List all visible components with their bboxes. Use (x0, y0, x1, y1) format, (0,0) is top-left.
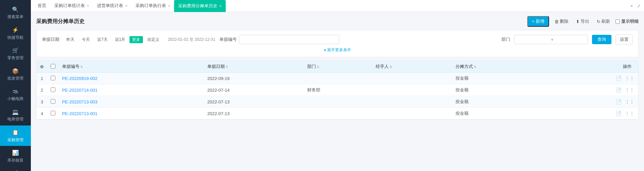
doc-no-input[interactable] (239, 35, 339, 44)
tab-inbound-stat[interactable]: 进货单统计表× (93, 0, 131, 12)
view-icon-3[interactable]: 📄 (615, 110, 622, 117)
tab-label-home: 首页 (38, 3, 46, 9)
cell-alloc-0: 按金额 (452, 73, 547, 84)
table-row: 3 PE-20220713-003 2022-07-13 按金额 📄 ⋮⋮ (37, 96, 638, 108)
search-button[interactable]: 查询 (592, 35, 611, 44)
cell-ops-0: 📄 ⋮⋮ (547, 73, 639, 84)
sidebar-item-ecommerce[interactable]: 💻电商管理 (0, 105, 31, 125)
sidebar-item-retail[interactable]: 🛒零售管理 (0, 44, 31, 64)
sidebar-icon-finance: 💰 (1, 170, 30, 171)
cell-doc-date-2: 2022-07-13 (204, 96, 304, 108)
show-detail-checkbox[interactable]: 显示明细 (615, 18, 639, 24)
last1month-btn[interactable]: 近1月 (112, 36, 128, 44)
row-checkbox-1[interactable] (51, 87, 55, 92)
sidebar-item-purchase[interactable]: 📋采购管理 (0, 125, 31, 146)
page-title: 采购费用分摊单历史 (36, 18, 85, 25)
sidebar-item-finance[interactable]: 💰资金管理 (0, 167, 31, 171)
last7days-btn[interactable]: 近7天 (94, 36, 111, 44)
sidebar-label-quick-nav: 快捷导航 (1, 35, 30, 40)
maximize-window-button[interactable]: ⤢ (636, 3, 641, 9)
cell-seq-3: 4 (37, 108, 47, 119)
dept-label: 部门 (501, 36, 510, 42)
cell-doc-no-3[interactable]: PE-20220713-001 (59, 108, 204, 119)
select-all-checkbox[interactable] (51, 64, 55, 69)
cell-doc-no-1[interactable]: PE-20220714-001 (59, 84, 204, 96)
view-icon-2[interactable]: 📄 (615, 98, 622, 105)
custom-btn[interactable]: 自定义 (144, 36, 162, 44)
sidebar-icon-search: 🔍 (1, 6, 30, 13)
cell-doc-date-0: 2022-09-19 (204, 73, 304, 84)
export-button[interactable]: ⬆ 导出 (574, 17, 591, 26)
sidebar-item-mini-store[interactable]: 🛍小畅电商 (0, 85, 31, 105)
yesterday-btn[interactable]: 昨天 (63, 36, 77, 44)
col-doc-no: 单据编号⇅ (59, 61, 204, 73)
cell-handler-3 (372, 108, 452, 119)
tab-label-inbound-stat: 进货单统计表 (97, 3, 123, 9)
tab-purchase-order-stat[interactable]: 采购订单统计表× (50, 0, 93, 12)
sidebar-icon-purchase: 📋 (1, 129, 30, 136)
tab-purchase-fee-history[interactable]: 采购费用分摊单历史× (174, 0, 225, 12)
cell-seq-0: 1 (37, 73, 47, 84)
col-ops: 操作 (547, 61, 639, 73)
col-handler: 经手人⇅ (372, 61, 452, 73)
expand-row: ▾ 展开更多条件 (42, 47, 633, 53)
tab-label-purchase-order-exec: 采购订单执行表 (136, 3, 166, 9)
detail-icon-0[interactable]: ⋮⋮ (624, 75, 635, 82)
cell-checkbox-2 (47, 96, 59, 108)
sidebar-item-search[interactable]: 🔍搜索菜单 (0, 3, 31, 23)
tab-close-inbound-stat[interactable]: × (125, 4, 127, 8)
row-checkbox-3[interactable] (51, 111, 55, 115)
sidebar-label-ecommerce: 电商管理 (1, 116, 30, 122)
cell-dept-3 (304, 108, 372, 119)
col-doc-date: 单据日期⇅ (204, 61, 304, 73)
doc-no-label: 单据编号 (219, 36, 237, 42)
sidebar-label-mini-store: 小畅电商 (1, 96, 30, 102)
refresh-button[interactable]: ↻ 刷新 (595, 17, 612, 26)
header-actions: + 新增 🗑 删除 ⬆ 导出 ↻ 刷新 显示明细 (527, 16, 639, 27)
delete-button[interactable]: 🗑 删除 (552, 17, 571, 26)
tab-close-purchase-fee-history[interactable]: × (219, 4, 221, 8)
cell-doc-no-2[interactable]: PE-20220713-003 (59, 96, 204, 108)
detail-icon-3[interactable]: ⋮⋮ (624, 110, 635, 117)
tab-home[interactable]: 首页 (34, 0, 50, 12)
table-container: ⚙ 单据编号⇅ 单据日期⇅ 部门⇅ 经手人⇅ 分摊方式⇅ 操作 1 PE-202… (36, 61, 639, 120)
detail-icon-2[interactable]: ⋮⋮ (624, 98, 635, 105)
today-btn[interactable]: 今天 (79, 36, 93, 44)
refresh-icon: ↻ (597, 19, 600, 24)
sidebar-label-purchase: 采购管理 (1, 137, 30, 143)
row-checkbox-0[interactable] (51, 76, 55, 80)
cell-dept-0 (304, 73, 372, 84)
filter-row-1: 单据日期 昨天 今天 近7天 近1月 更多 自定义 2022-01-01 至 2… (42, 34, 633, 45)
filter-area: 单据日期 昨天 今天 近7天 近1月 更多 自定义 2022-01-01 至 2… (36, 30, 639, 57)
cell-handler-2 (372, 96, 452, 108)
settings-button[interactable]: 设置 (615, 34, 633, 45)
doc-no-group: 单据编号 (219, 35, 497, 44)
sidebar-item-quick-nav[interactable]: ⚡快捷导航 (0, 23, 31, 44)
more-btn[interactable]: 更多 (129, 36, 143, 43)
cell-doc-no-0[interactable]: PE-20220919-002 (59, 73, 204, 84)
cell-alloc-3: 按金额 (452, 108, 547, 119)
expand-more-button[interactable]: ▾ 展开更多条件 (324, 47, 351, 53)
tab-purchase-order-exec[interactable]: 采购订单执行表× (131, 0, 174, 12)
sidebar-icon-inventory: 📊 (1, 149, 30, 157)
view-icon-0[interactable]: 📄 (615, 75, 622, 82)
dept-select-value (517, 37, 551, 42)
col-gear: ⚙ (37, 61, 47, 73)
row-checkbox-2[interactable] (51, 99, 55, 104)
sidebar-icon-ecommerce: 💻 (1, 108, 30, 116)
col-alloc-method: 分摊方式⇅ (452, 61, 547, 73)
dept-select[interactable]: ▾ (514, 35, 588, 44)
close-window-button[interactable]: × (630, 3, 634, 9)
tab-close-purchase-order-exec[interactable]: × (168, 4, 170, 8)
sidebar: 🔍搜索菜单⚡快捷导航🛒零售管理📦批发管理🛍小畅电商💻电商管理📋采购管理📊库存核算… (0, 0, 31, 171)
table-row: 2 PE-20220714-001 2022-07-14 财务部 按金额 📄 ⋮… (37, 84, 638, 96)
sidebar-item-inventory[interactable]: 📊库存核算 (0, 146, 31, 166)
view-icon-1[interactable]: 📄 (615, 87, 622, 93)
sidebar-item-wholesale[interactable]: 📦批发管理 (0, 64, 31, 85)
sidebar-icon-quick-nav: ⚡ (1, 26, 30, 34)
cell-alloc-1: 按金额 (452, 84, 547, 96)
tab-close-purchase-order-stat[interactable]: × (87, 4, 89, 8)
add-button[interactable]: + 新增 (527, 16, 549, 27)
export-icon: ⬆ (576, 19, 580, 24)
detail-icon-1[interactable]: ⋮⋮ (624, 87, 635, 93)
